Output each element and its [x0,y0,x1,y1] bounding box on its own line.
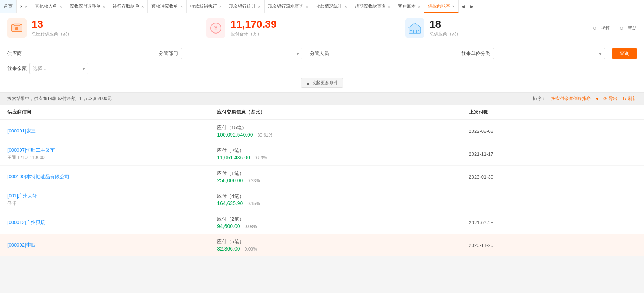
table-row: [000002]李四 应付（5笔） 32,366.00 0.03% 2020-1… [0,234,644,256]
total-suppliers-all-num: 18 [430,19,461,30]
video-icon: ⊙ [593,25,596,31]
last-pay-date: 2021-11-17 [469,151,494,157]
nav-tab-ar-ap-adjust[interactable]: 应收应付调整单 × [66,0,109,13]
nav-tab-cash-bank-stat-label: 现金银行统计 [229,3,256,10]
nav-tab-cash-bank-flow-close[interactable]: × [306,4,308,9]
collapse-chevron-icon: ▲ [306,80,310,86]
summary-card-total: 18 总供应商（家） [394,18,593,38]
svg-rect-10 [418,30,419,31]
nav-tab-customer-ledger-close[interactable]: × [418,4,420,9]
nav-tab-customer-ledger[interactable]: 客户账本 × [394,0,424,13]
nav-tab-supplier-ledger[interactable]: 供应商账本 × [424,0,459,13]
supplier-sub: 王通 17106110000 [7,155,217,161]
lastpay-cell: 2022-08-08 [469,124,637,138]
divider: | [614,25,615,31]
svg-marker-6 [408,23,421,28]
summary-bar: 13 总应付供应商（家） ¥ 11,170.39 应付合计（万） [0,13,644,43]
nav-tab-cash-bank-flow-label: 现金银行流水查询 [268,3,304,10]
nav-tab-cash-bank-stat-close[interactable]: × [258,4,260,9]
refresh-button[interactable]: ↻ 刷新 [623,96,637,102]
export-button[interactable]: ⟳ 导出 [603,96,617,102]
results-right-actions: 排序： 按应付余额倒序排序 ▾ ⟳ 导出 ↻ 刷新 [533,96,637,102]
nav-tab-other-income[interactable]: 其他收入单 × [31,0,66,13]
nav-tab-home-label: 首页 [4,3,13,10]
nav-tab-cash-bank-stat[interactable]: 现金银行统计 × [225,0,264,13]
col-header-supplier: 供应商信息 [7,109,217,116]
help-icon: ⊙ [620,25,623,31]
transaction-amount[interactable]: 32,366.00 [217,246,240,252]
supplier-link[interactable]: [001]广州荣轩 [7,193,217,199]
nav-tab-bank-deposit[interactable]: 银行存取款单 × [109,0,148,13]
nav-tab-supplier-ledger-label: 供应商账本 [428,3,450,9]
filter-item-supplier: 供应商 ··· [7,48,151,59]
supplier-link[interactable]: [000012]广州贝瑞 [7,219,217,226]
total-suppliers-all-label: 总供应商（家） [430,31,461,37]
transaction-amount[interactable]: 100,092,540.00 [217,132,253,138]
nav-tab-3[interactable]: 3 × [17,0,31,13]
transaction-label: 应付（1笔） [217,170,469,177]
transaction-row: 164,635.90 0.15% [217,200,469,206]
svg-rect-8 [416,30,417,33]
sort-chevron-icon[interactable]: ▾ [596,96,598,101]
transaction-label: 应付（4笔） [217,193,469,200]
lastpay-cell [469,193,637,207]
transaction-amount[interactable]: 164,635.90 [217,200,243,206]
nav-tab-customer-ledger-label: 客户账本 [398,3,416,10]
transaction-label: 应付（2笔） [217,147,469,154]
supplier-filter-input[interactable] [25,48,144,59]
transaction-row: 94,600.00 0.08% [217,223,469,229]
query-button[interactable]: 查询 [612,48,637,59]
last-pay-date: 2020-11-20 [469,242,494,248]
nav-prev-arrow[interactable]: ◀ [459,0,468,13]
top-nav: 首页 3 × 其他收入单 × 应收应付调整单 × 银行存取款单 × 预收冲应收单… [0,0,644,13]
nav-tab-3-close[interactable]: × [25,4,27,9]
transaction-row: 32,366.00 0.03% [217,245,469,252]
sort-value[interactable]: 按应付余额倒序排序 [551,96,591,102]
summary-text-suppliers: 13 总应付供应商（家） [32,19,71,37]
supplier-filter-dots[interactable]: ··· [147,51,151,56]
nav-tab-receipt-verify-close[interactable]: × [219,4,221,9]
supplier-link[interactable]: [000007]恒旺二手叉车 [7,147,217,154]
svg-rect-9 [410,30,412,31]
nav-tab-receipt-stat[interactable]: 收款情况统计 × [312,0,351,13]
nav-tab-ar-ap-adjust-close[interactable]: × [103,4,105,9]
total-suppliers-label: 总应付供应商（家） [32,31,71,37]
nav-tab-prepay-ar[interactable]: 预收冲应收单 × [148,0,186,13]
total-suppliers-num: 13 [32,19,71,30]
nav-tab-cash-bank-flow[interactable]: 现金银行流水查询 × [265,0,312,13]
summary-links: ⊙ 视频 | ⊙ 帮助 [593,25,637,31]
transaction-percent: 89.61% [258,132,273,138]
summary-card-suppliers: 13 总应付供应商（家） [7,18,195,38]
help-link[interactable]: 帮助 [628,25,637,31]
transaction-amount[interactable]: 94,600.00 [217,223,240,229]
transaction-cell: 应付（1笔） 258,000.00 0.23% [217,170,469,183]
transaction-amount[interactable]: 258,000.00 [217,177,243,183]
nav-tab-overdue-ar[interactable]: 超期应收款查询 × [351,0,394,13]
collapse-button[interactable]: ▲ 收起更多条件 [301,78,343,88]
table-row: [000012]广州贝瑞 应付（2笔） 94,600.00 0.08% 2021… [0,211,644,234]
col-header-transaction: 应付交易信息（占比） [217,109,469,116]
person-filter-dots[interactable]: ··· [449,51,454,56]
transaction-label: 应付（15笔） [217,124,469,131]
nav-tab-receipt-verify[interactable]: 收款核销执行 × [187,0,225,13]
video-link[interactable]: 视频 [601,25,610,31]
person-filter-input[interactable] [332,48,447,59]
nav-tab-prepay-ar-close[interactable]: × [180,4,182,9]
transaction-amount[interactable]: 11,051,486.00 [217,155,250,161]
nav-tab-overdue-ar-close[interactable]: × [388,4,390,9]
nav-tab-supplier-ledger-close[interactable]: × [452,4,455,8]
filter-row-2: 往来余额 选择... ▾ [7,63,637,74]
nav-tab-other-income-close[interactable]: × [59,4,62,9]
nav-tab-bank-deposit-close[interactable]: × [141,4,144,9]
dept-filter-select[interactable]: ▾ [181,48,303,59]
nav-tab-receipt-stat-close[interactable]: × [344,4,347,9]
supplier-link[interactable]: [000001]张三 [7,128,217,134]
unit-category-filter-select[interactable]: ▾ [493,48,605,59]
balance-filter-select[interactable]: 选择... ▾ [29,63,88,74]
nav-tab-ar-ap-adjust-label: 应收应付调整单 [70,3,101,10]
nav-tab-home[interactable]: 首页 [0,0,17,13]
supplier-link[interactable]: [000100]本特勤油品有限公司 [7,173,217,180]
supplier-link[interactable]: [000002]李四 [7,242,217,248]
nav-next-arrow[interactable]: ▶ [468,0,476,13]
summary-card-amount: ¥ 11,170.39 应付合计（万） [195,18,394,38]
